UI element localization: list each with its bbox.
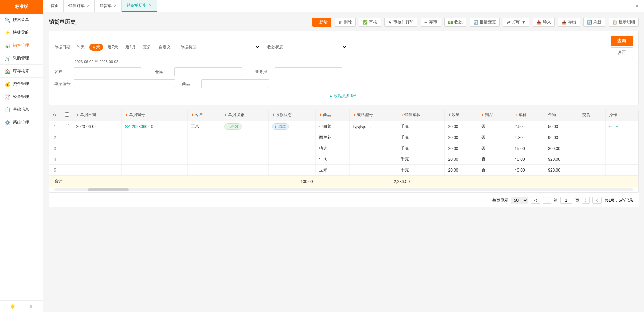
sidebar-item-inventory-calc[interactable]: 🏠 库存核算 <box>0 65 43 78</box>
th-unit[interactable]: ⬆ 销售单位 <box>397 109 445 121</box>
date-today[interactable]: 今天 <box>89 44 103 51</box>
sidebar-item-ops-mgmt[interactable]: 📈 经营管理 <box>0 90 43 103</box>
cell-payment-status <box>268 154 316 165</box>
doc-no-input[interactable] <box>74 79 175 88</box>
goods-ellipsis[interactable]: ··· <box>272 81 276 86</box>
filter-payment-status: 收款状态 <box>267 43 347 51</box>
salesperson-input[interactable] <box>275 67 342 76</box>
next-page-button[interactable]: ⟩ <box>582 197 590 204</box>
date-yesterday[interactable]: 昨天 <box>74 44 87 51</box>
set-button[interactable]: 设置 <box>611 47 633 58</box>
page-input[interactable] <box>560 197 572 204</box>
th-qty[interactable]: ⬆ 数量 <box>445 109 478 121</box>
date-7days[interactable]: 近7天 <box>105 44 121 51</box>
th-unit-price[interactable]: ⬆ 单价 <box>511 109 544 121</box>
tab-sales-history[interactable]: 销货单历史 ✕ <box>122 0 157 12</box>
abandon-button[interactable]: ↩ 弃审 <box>421 18 441 27</box>
date-custom[interactable]: 自定义 <box>156 44 173 51</box>
batch-change-button[interactable]: 🔄 批量变更 <box>470 18 500 27</box>
th-payment-status[interactable]: ⬆ 收款状态 <box>268 109 316 121</box>
warehouse-ellipsis[interactable]: ··· <box>245 69 249 74</box>
refresh-button[interactable]: 🔃 刷新 <box>583 18 605 27</box>
customer-ellipsis[interactable]: ··· <box>144 69 148 74</box>
more-action[interactable]: ⋯ <box>614 124 618 129</box>
new-button[interactable]: + 新增 <box>312 18 331 27</box>
date-1month[interactable]: 近1月 <box>123 44 139 51</box>
cell-spec <box>349 165 397 176</box>
delete-button[interactable]: 🗑 删除 <box>335 18 356 27</box>
first-page-button[interactable]: ⟨⟨ <box>531 197 540 204</box>
tab-home[interactable]: 首页 <box>46 0 64 12</box>
export-button[interactable]: 📤 导出 <box>558 18 580 27</box>
doc-no-link[interactable]: SA-20230602-0 <box>125 124 153 129</box>
cell-action <box>606 154 638 165</box>
select-all-checkbox[interactable] <box>65 112 69 117</box>
th-spec[interactable]: ⬆ 规格型号 <box>349 109 397 121</box>
goods-input[interactable] <box>201 79 269 88</box>
print-icon: 🖨 <box>507 20 511 25</box>
row-checkbox[interactable] <box>65 124 69 128</box>
tab-sales-order-close[interactable]: ✕ <box>87 4 90 8</box>
goods-label: 商品 <box>182 81 199 87</box>
filter-customer: 客户 ··· <box>54 67 148 76</box>
sidebar: 标准版 🔍 搜索菜单 ⚡ 快捷导航 📊 销售管理 🛒 采购管理 🏠 库存核算 💰… <box>0 0 43 312</box>
cell-unit-price: 2.50 <box>511 121 544 132</box>
review-button[interactable]: ✅ 审核 <box>359 18 381 27</box>
cell-doc-status <box>221 154 268 165</box>
warehouse-input[interactable] <box>174 67 242 76</box>
doc-type-select[interactable] <box>200 43 260 51</box>
tab-sales-goods-close[interactable]: ✕ <box>114 4 117 8</box>
tab-sales-order[interactable]: 销售订单 ✕ <box>64 0 95 12</box>
prev-page-button[interactable]: ⟨ <box>543 197 551 204</box>
edit-action[interactable]: ✏ <box>609 124 612 129</box>
cell-checkbox <box>61 121 73 132</box>
sidebar-item-quick-nav[interactable]: ⚡ 快捷导航 <box>0 26 43 39</box>
sidebar-item-search-menu[interactable]: 🔍 搜索菜单 <box>0 14 43 26</box>
collapse-button[interactable]: ▲ 收起更多条件 <box>54 92 633 100</box>
sidebar-bottom-icon1[interactable]: 🌟 <box>10 304 15 309</box>
page-size-select[interactable]: 50 100 <box>511 197 528 204</box>
customer-input[interactable] <box>74 67 141 76</box>
th-settings[interactable]: ⚙ <box>49 109 61 121</box>
review-icon: ✅ <box>363 20 368 25</box>
th-goods[interactable]: ⬆ 商品 <box>316 109 349 121</box>
tab-sales-history-close[interactable]: ✕ <box>149 3 152 8</box>
sidebar-item-sys-mgmt[interactable]: ⚙️ 系统管理 <box>0 116 43 129</box>
sidebar-item-fund-mgmt[interactable]: 💰 资金管理 <box>0 78 43 90</box>
sidebar-item-purchase-mgmt[interactable]: 🛒 采购管理 <box>0 52 43 65</box>
th-customer[interactable]: ⬆ 客户 <box>188 109 221 121</box>
th-unit-sort-icon: ⬆ <box>401 113 403 117</box>
cell-customer <box>188 143 221 154</box>
date-more[interactable]: 更多 <box>140 44 154 51</box>
sidebar-item-sales-mgmt[interactable]: 📊 销售管理 <box>0 39 43 52</box>
review-print-icon: 🖨 <box>388 20 392 25</box>
scrollbar-thumb[interactable] <box>88 188 129 191</box>
th-gift[interactable]: ⬆ 赠品 <box>478 109 511 121</box>
payment-status-select[interactable] <box>287 43 347 51</box>
cell-amount: 920.00 <box>544 165 579 176</box>
review-print-button[interactable]: 🖨 审核并打印 <box>384 18 417 27</box>
last-page-button[interactable]: ⟩⟩ <box>592 197 602 204</box>
tab-sales-order-label: 销售订单 <box>68 3 85 9</box>
th-doc-date[interactable]: ⬆ 单据日期 <box>73 109 121 121</box>
tab-sales-goods[interactable]: 销货单 ✕ <box>95 0 122 12</box>
sidebar-item-basic-info[interactable]: 📋 基础信息 <box>0 103 43 116</box>
print-button[interactable]: 🖨 打印 ▼ <box>503 18 529 27</box>
cell-doc-date <box>73 132 121 143</box>
collect-button[interactable]: 💵 收款 <box>444 18 466 27</box>
cell-doc-status <box>221 165 268 176</box>
summary-qty: 100.00 <box>301 179 313 184</box>
query-button[interactable]: 查询 <box>611 36 633 46</box>
cell-goods: 小白菜 <box>316 121 349 132</box>
salesperson-ellipsis[interactable]: ··· <box>345 69 349 74</box>
sidebar-bottom-icon2[interactable]: ⏸ <box>29 304 33 309</box>
horizontal-scrollbar[interactable] <box>54 188 633 191</box>
settings-icon[interactable]: ⚙ <box>53 113 57 118</box>
import-button[interactable]: 📥 导入 <box>533 18 555 27</box>
tab-close-all[interactable]: ✕ <box>633 4 641 8</box>
th-doc-no[interactable]: ⬆ 单据编号 <box>121 109 188 121</box>
cell-spec <box>349 132 397 143</box>
display-button[interactable]: 📋 显示明细 <box>609 18 639 27</box>
th-doc-status[interactable]: ⬆ 单据状态 <box>221 109 268 121</box>
delete-icon: 🗑 <box>338 20 342 25</box>
